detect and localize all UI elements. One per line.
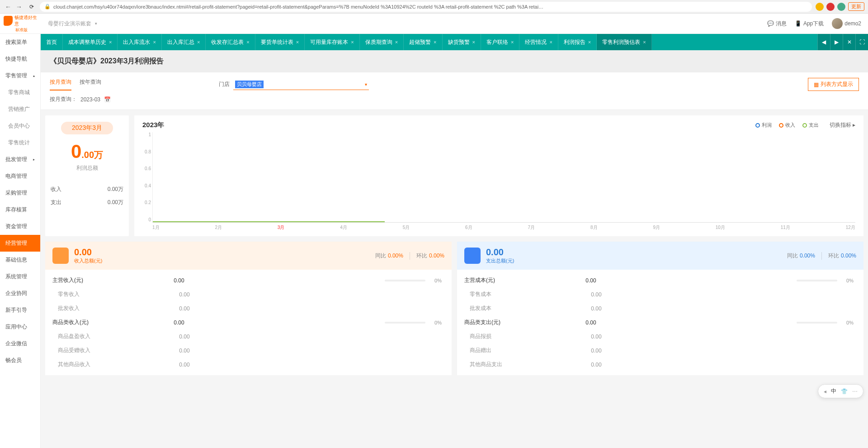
sidebar-item[interactable]: 基础信息 [0, 252, 40, 268]
month-pill: 2023年3月 [61, 122, 113, 134]
expense-total: 0.00 [486, 247, 514, 257]
list-icon: ▦ [814, 81, 819, 88]
reload-button[interactable]: ⟳ [27, 2, 36, 11]
tab[interactable]: 首页 [41, 34, 63, 50]
calendar-icon[interactable]: 📅 [104, 96, 111, 103]
tab[interactable]: 缺货预警× [443, 34, 481, 50]
back-button[interactable]: ← [4, 2, 13, 11]
panel-row: 零售收入0.00 [52, 287, 444, 301]
shop-select[interactable]: 贝贝母婴店 ▾ [233, 79, 369, 90]
income-total-label: 收入总额(元) [74, 257, 102, 264]
panel-row: 商品报损0.00 [464, 329, 856, 343]
sidebar-item[interactable]: 搜索菜单 [0, 34, 40, 51]
income-icon [52, 248, 69, 264]
tab-close-icon[interactable]: × [588, 39, 591, 45]
logo-icon [4, 16, 13, 26]
sidebar-item[interactable]: 营销推广 [0, 101, 40, 118]
tab[interactable]: 超储预警× [404, 34, 442, 50]
tab[interactable]: 客户联络× [481, 34, 519, 50]
profit-total: 0.00万 [71, 141, 103, 162]
tab-close-icon[interactable]: × [153, 39, 156, 45]
sidebar-item[interactable]: 采购管理 [0, 185, 40, 201]
panel-row: 商品受赠收入0.00 [52, 343, 444, 357]
panel-row: 商品类支出(元)0.000% [464, 315, 856, 329]
chart-title: 2023年 [142, 121, 164, 129]
tab[interactable]: 可用量库存账本× [305, 34, 359, 50]
panel-row: 主营收入(元)0.000% [52, 273, 444, 287]
sidebar-item[interactable]: 经营管理 [0, 235, 40, 252]
sidebar-item[interactable]: 零售管理▴ [0, 67, 40, 84]
summary-card: 2023年3月 0.00万 利润总额 收入0.00万支出0.00万 [45, 115, 129, 236]
tab-close-icon[interactable]: × [296, 39, 299, 45]
seg-tab-year[interactable]: 按年查询 [80, 78, 101, 91]
tabs-scroll-left[interactable]: ◀ [817, 34, 830, 50]
sidebar-item[interactable]: 批发管理▸ [0, 151, 40, 168]
sidebar-item[interactable]: 新手引导 [0, 302, 40, 319]
lang-pill[interactable]: ◂ 中 👕 ⋯ [818, 384, 863, 398]
sidebar-item[interactable]: 库存核算 [0, 201, 40, 218]
tenant-select[interactable]: 母婴行业演示账套▾ [48, 20, 97, 28]
update-button[interactable]: 更新 [848, 2, 864, 11]
tab[interactable]: 收发存汇总表× [206, 34, 255, 50]
app-header: 畅捷通好生意 标准版 母婴行业演示账套▾ 💬消息 📱App下载 demo2 [0, 14, 868, 34]
chart-x-axis: 1月2月3月4月5月6月7月8月9月10月11月12月 [152, 224, 855, 231]
tab[interactable]: 零售利润预估表× [597, 34, 651, 50]
panel-row: 商品赠出0.00 [464, 343, 856, 357]
panel-row: 其他商品支出0.00 [464, 357, 856, 372]
tab-close-icon[interactable]: × [511, 39, 514, 45]
chart-plot: 10.80.60.40.20 [152, 132, 855, 223]
sidebar-item[interactable]: 资金管理 [0, 218, 40, 235]
tab-close-icon[interactable]: × [549, 39, 552, 45]
chart-legend: 利润收入支出 [755, 122, 819, 129]
shirt-icon: 👕 [841, 388, 848, 395]
tab-close-icon[interactable]: × [109, 39, 112, 45]
sidebar-item[interactable]: 电商管理 [0, 168, 40, 185]
tab-close-icon[interactable]: × [643, 39, 646, 45]
income-total: 0.00 [74, 247, 102, 257]
tabs-scroll-right[interactable]: ▶ [830, 34, 843, 50]
month-value[interactable]: 2023-03 [80, 96, 100, 103]
tab-close-icon[interactable]: × [472, 39, 475, 45]
tab-close-icon[interactable]: × [246, 39, 249, 45]
app-download-link[interactable]: 📱App下载 [795, 20, 824, 28]
user-menu[interactable]: demo2 [832, 18, 861, 29]
tab-strip: 首页成本调整单历史×出入库流水×出入库汇总×收发存汇总表×要货单统计表×可用量库… [41, 34, 868, 50]
sidebar-item[interactable]: 应用中心 [0, 319, 40, 335]
sidebar-item[interactable]: 企业协同 [0, 285, 40, 302]
messages-link[interactable]: 💬消息 [767, 20, 787, 28]
seg-tab-month[interactable]: 按月查询 [50, 78, 71, 91]
ext-icon[interactable] [837, 3, 845, 11]
sidebar-item[interactable]: 企业微信 [0, 335, 40, 352]
sidebar-item[interactable]: 畅会员 [0, 352, 40, 369]
sidebar-item[interactable]: 零售商城 [0, 84, 40, 101]
sidebar: 搜索菜单快捷导航零售管理▴零售商城营销推广会员中心零售统计批发管理▸电商管理采购… [0, 34, 41, 448]
panel-row: 商品盘盈收入0.00 [52, 329, 444, 343]
tab[interactable]: 出入库汇总× [162, 34, 206, 50]
tab[interactable]: 保质期查询× [360, 34, 404, 50]
tabs-fullscreen[interactable]: ⛶ [855, 34, 868, 50]
tab[interactable]: 成本调整单历史× [63, 34, 118, 50]
tab-close-icon[interactable]: × [197, 39, 200, 45]
forward-button[interactable]: → [14, 2, 24, 11]
ext-icon[interactable] [816, 3, 824, 11]
tabs-close[interactable]: ✕ [843, 34, 855, 50]
tab-close-icon[interactable]: × [434, 39, 436, 45]
list-mode-button[interactable]: ▦ 列表方式显示 [808, 78, 859, 91]
sidebar-item[interactable]: 系统管理 [0, 268, 40, 285]
tab-close-icon[interactable]: × [351, 39, 354, 45]
sidebar-item[interactable]: 快捷导航 [0, 51, 40, 67]
switch-indicator[interactable]: 切换指标 ▸ [830, 121, 855, 129]
tab[interactable]: 利润报告× [558, 34, 597, 50]
panel-row: 其他商品收入0.00 [52, 357, 444, 372]
tab[interactable]: 经营情况× [519, 34, 558, 50]
sidebar-item[interactable]: 会员中心 [0, 118, 40, 134]
tab[interactable]: 要货单统计表× [255, 34, 305, 50]
logo[interactable]: 畅捷通好生意 标准版 [4, 14, 39, 33]
tab-close-icon[interactable]: × [395, 39, 398, 45]
panel-row: 批发收入0.00 [52, 301, 444, 315]
ext-icon[interactable] [826, 3, 835, 11]
sidebar-item[interactable]: 零售统计 [0, 134, 40, 151]
legend-item: 利润 [755, 122, 772, 129]
url-bar[interactable]: 🔒 cloud.chanjet.com/hsy/u40or74daqxn/ior… [40, 2, 812, 12]
tab[interactable]: 出入库流水× [118, 34, 161, 50]
